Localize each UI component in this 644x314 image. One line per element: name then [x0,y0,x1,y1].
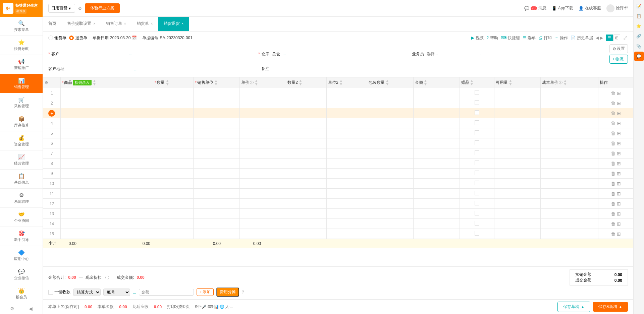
qty-cell-3[interactable] [153,108,194,118]
gift-checkbox-4[interactable] [475,120,479,125]
sidebar-item-4[interactable]: 🛒采购管理 [0,93,43,112]
notification-item[interactable]: 💬 70 消息 [524,5,546,11]
gift-cell-2[interactable] [460,98,494,108]
qty-cell-9[interactable] [153,169,194,179]
add-logistics-btn[interactable]: + 物流 [609,55,628,64]
unit2-cell-8[interactable] [326,159,367,169]
amount-cell-13[interactable] [413,209,460,219]
cost-price-cell-1[interactable] [540,88,598,98]
price-cell-9[interactable] [240,169,286,179]
tab-0[interactable]: 首页 [43,17,62,31]
qty-cell-15[interactable] [153,229,194,239]
product-sort[interactable]: ▲▼ [92,79,96,86]
pack-qty-cell-4[interactable] [367,118,413,128]
pack-qty-cell-14[interactable] [367,219,413,229]
copy-icon-3[interactable]: ⊞ [617,111,621,116]
product-cell-9[interactable] [60,169,153,179]
sidebar-collapse-icon[interactable]: ◀ [29,306,33,311]
cost-price-cell-11[interactable] [540,189,598,199]
available-cell-14[interactable] [494,219,541,229]
unit2-cell-13[interactable] [326,209,367,219]
add-row-btn[interactable]: + [48,110,55,117]
copy-icon-7[interactable]: ⊞ [617,151,621,156]
unit-cell-6[interactable] [194,138,240,148]
product-input-7[interactable] [62,151,152,156]
product-input-14[interactable] [62,222,152,226]
delete-icon-8[interactable]: 🗑 [611,161,615,166]
online-service-item[interactable]: 👤 在线客服 [579,5,601,11]
product-cell-8[interactable] [60,159,153,169]
available-cell-4[interactable] [494,118,541,128]
qty2-cell-1[interactable] [286,88,327,98]
copy-icon-12[interactable]: ⊞ [617,201,621,206]
available-cell-3[interactable] [494,108,541,118]
price-cell-11[interactable] [240,189,286,199]
payment-amount-input[interactable] [139,289,194,296]
amount-cell-7[interactable] [413,148,460,159]
amount-cell-3[interactable] [413,108,460,118]
calendar-icon[interactable]: 📅 [132,36,137,40]
product-input-12[interactable] [62,201,152,206]
available-cell-1[interactable] [494,88,541,98]
available-cell-13[interactable] [494,209,541,219]
product-cell-10[interactable] [60,179,153,189]
delete-icon-2[interactable]: 🗑 [611,101,615,106]
gift-cell-12[interactable] [460,199,494,209]
product-cell-3[interactable] [60,108,153,118]
gift-cell-3[interactable] [460,108,494,118]
help-action[interactable]: ? 帮助 [486,35,498,41]
gift-cell-9[interactable] [460,169,494,179]
fullscreen-icon[interactable]: ⤢ [623,34,628,42]
available-cell-11[interactable] [494,189,541,199]
unit2-cell-14[interactable] [326,219,367,229]
product-cell-13[interactable] [60,209,153,219]
right-panel-chat-icon[interactable]: 💬 [634,52,644,61]
qty-cell-14[interactable] [153,219,194,229]
remark-input[interactable] [271,66,405,72]
sidebar-item-6[interactable]: 💰资金管理 [0,131,43,150]
cost-info-icon[interactable]: ⓘ [559,80,562,85]
salesperson-input[interactable] [425,51,479,57]
sidebar-item-11[interactable]: 🎯新手引导 [0,227,43,246]
gift-cell-5[interactable] [460,128,494,138]
print-action[interactable]: 🖨 打印 [538,35,552,41]
sidebar-item-10[interactable]: 🤝企业协同 [0,208,43,227]
sidebar-item-3[interactable]: 📊销售管理 [0,74,43,93]
customer-input[interactable] [61,51,128,57]
qty-cell-4[interactable] [153,118,194,128]
column-settings-icon[interactable]: ⚙ [45,80,48,85]
cost-price-cell-10[interactable] [540,179,598,189]
unit-cell-2[interactable] [194,98,240,108]
unit-cell-13[interactable] [194,209,240,219]
pack-qty-cell-1[interactable] [367,88,413,98]
amount-cell-4[interactable] [413,118,460,128]
delete-icon-11[interactable]: 🗑 [611,191,615,196]
price-cell-8[interactable] [240,159,286,169]
qty2-cell-14[interactable] [286,219,327,229]
pack-qty-cell-10[interactable] [367,179,413,189]
amount-sort[interactable]: ▲▼ [424,79,428,86]
sidebar-item-9[interactable]: ⚙系统管理 [0,189,43,208]
price-cell-12[interactable] [240,199,286,209]
qty2-cell-3[interactable] [286,108,327,118]
product-input-15[interactable] [62,232,152,236]
amount-cell-9[interactable] [413,169,460,179]
gift-checkbox-15[interactable] [475,231,479,236]
gift-checkbox-3[interactable] [475,110,479,115]
qty-cell-11[interactable] [153,189,194,199]
pack-qty-cell-8[interactable] [367,159,413,169]
qty-cell-1[interactable] [153,88,194,98]
unit-cell-10[interactable] [194,179,240,189]
qty2-cell-5[interactable] [286,128,327,138]
unit2-cell-1[interactable] [326,88,367,98]
gift-cell-7[interactable] [460,148,494,159]
cost-price-cell-4[interactable] [540,118,598,128]
product-cell-6[interactable] [60,138,153,148]
amount-cell-11[interactable] [413,189,460,199]
unit-cell-5[interactable] [194,128,240,138]
prev-doc-icon[interactable]: ◀ [596,36,599,40]
pack-sort[interactable]: ▲▼ [385,79,389,86]
product-input-6[interactable] [62,141,152,146]
pack-qty-cell-15[interactable] [367,229,413,239]
qty2-cell-7[interactable] [286,148,327,159]
